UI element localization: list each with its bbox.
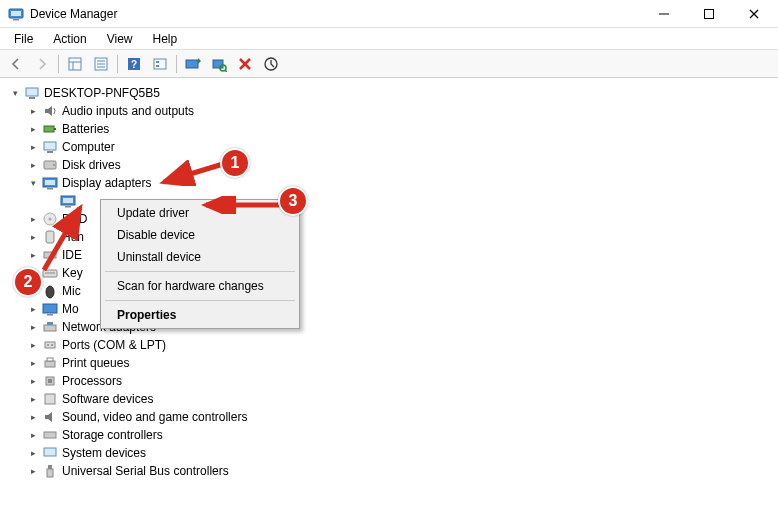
tree-item-label: Software devices (62, 390, 153, 408)
tree-item-storage[interactable]: ▸ Storage controllers (8, 426, 778, 444)
context-scan-hardware[interactable]: Scan for hardware changes (103, 275, 297, 297)
uninstall-button[interactable] (233, 52, 257, 76)
svg-rect-38 (63, 198, 73, 203)
chevron-right-icon[interactable]: ▸ (26, 104, 40, 118)
chevron-right-icon[interactable]: ▸ (26, 158, 40, 172)
context-properties[interactable]: Properties (103, 304, 297, 326)
tree-item-usb[interactable]: ▸ Universal Serial Bus controllers (8, 462, 778, 480)
tree-item-system[interactable]: ▸ System devices (8, 444, 778, 462)
system-icon (42, 445, 58, 461)
tree-item-display-adapters[interactable]: ▾ Display adapters (8, 174, 778, 192)
tree-item-label: Hun (62, 228, 84, 246)
tree-item-label: Disk drives (62, 156, 121, 174)
tree-item-computer[interactable]: ▸ Computer (8, 138, 778, 156)
chevron-right-icon[interactable]: ▸ (26, 140, 40, 154)
printer-icon (42, 355, 58, 371)
svg-rect-39 (65, 206, 71, 208)
context-uninstall-device[interactable]: Uninstall device (103, 246, 297, 268)
help-button[interactable]: ? (122, 52, 146, 76)
chevron-right-icon[interactable]: ▸ (26, 230, 40, 244)
mouse-icon (42, 283, 58, 299)
sound-icon (42, 409, 58, 425)
chevron-right-icon[interactable]: ▸ (26, 320, 40, 334)
chevron-down-icon[interactable]: ▾ (8, 86, 22, 100)
tree-item-batteries[interactable]: ▸ Batteries (8, 120, 778, 138)
storage-icon (42, 427, 58, 443)
annotation-badge-3: 3 (278, 186, 308, 216)
chevron-right-icon[interactable]: ▸ (26, 338, 40, 352)
svg-rect-28 (44, 126, 54, 132)
svg-rect-42 (46, 231, 54, 243)
context-update-driver[interactable]: Update driver (103, 202, 297, 224)
chevron-right-icon[interactable]: ▸ (26, 446, 40, 460)
tree-item-processors[interactable]: ▸ Processors (8, 372, 778, 390)
toolbar-separator (58, 55, 59, 73)
svg-rect-30 (44, 142, 56, 150)
chevron-right-icon[interactable]: ▸ (26, 356, 40, 370)
window-title: Device Manager (30, 7, 641, 21)
network-icon (42, 319, 58, 335)
update-driver-button[interactable] (181, 52, 205, 76)
properties-button[interactable] (89, 52, 113, 76)
svg-point-41 (49, 218, 52, 221)
forward-button[interactable] (30, 52, 54, 76)
chevron-right-icon[interactable]: ▸ (26, 212, 40, 226)
minimize-button[interactable] (641, 0, 686, 27)
svg-rect-36 (47, 188, 53, 190)
chevron-right-icon[interactable]: ▸ (26, 374, 40, 388)
chevron-right-icon[interactable]: ▸ (26, 428, 40, 442)
svg-point-52 (47, 344, 49, 346)
chevron-right-icon[interactable]: ▸ (26, 392, 40, 406)
chevron-down-icon[interactable]: ▾ (26, 176, 40, 190)
ide-icon (42, 247, 58, 263)
chevron-right-icon[interactable]: ▸ (26, 122, 40, 136)
svg-rect-55 (47, 358, 53, 361)
scan-hardware-button[interactable] (207, 52, 231, 76)
show-hide-tree-button[interactable] (63, 52, 87, 76)
chevron-right-icon[interactable]: ▸ (26, 248, 40, 262)
tree-item-label: Audio inputs and outputs (62, 102, 194, 120)
action-button[interactable] (148, 52, 172, 76)
context-menu: Update driver Disable device Uninstall d… (100, 199, 300, 329)
maximize-button[interactable] (686, 0, 731, 27)
context-disable-device[interactable]: Disable device (103, 224, 297, 246)
svg-rect-4 (704, 9, 713, 18)
tree-item-sound[interactable]: ▸ Sound, video and game controllers (8, 408, 778, 426)
back-button[interactable] (4, 52, 28, 76)
tree-item-label: System devices (62, 444, 146, 462)
close-button[interactable] (731, 0, 776, 27)
chevron-right-icon[interactable]: ▸ (26, 410, 40, 424)
tree-root-label: DESKTOP-PNFQ5B5 (44, 84, 160, 102)
menu-view[interactable]: View (97, 30, 143, 48)
svg-point-46 (46, 286, 54, 298)
tree-item-disk-drives[interactable]: ▸ Disk drives (8, 156, 778, 174)
chevron-right-icon[interactable]: ▸ (26, 302, 40, 316)
menu-help[interactable]: Help (143, 30, 188, 48)
svg-rect-26 (26, 88, 38, 96)
app-icon (8, 6, 24, 22)
display-icon (42, 175, 58, 191)
tree-item-label: Universal Serial Bus controllers (62, 462, 229, 480)
tree-item-audio[interactable]: ▸ Audio inputs and outputs (8, 102, 778, 120)
disable-button[interactable] (259, 52, 283, 76)
audio-icon (42, 103, 58, 119)
svg-rect-60 (44, 448, 56, 456)
tree-item-label: Storage controllers (62, 426, 163, 444)
menu-file[interactable]: File (4, 30, 43, 48)
svg-rect-27 (29, 97, 35, 99)
window-controls (641, 0, 776, 27)
tree-root[interactable]: ▾ DESKTOP-PNFQ5B5 (8, 84, 778, 102)
menu-separator (105, 271, 295, 272)
hid-icon (42, 229, 58, 245)
svg-rect-61 (48, 465, 52, 469)
tree-item-label: IDE (62, 246, 82, 264)
battery-icon (42, 121, 58, 137)
display-icon (60, 193, 76, 209)
svg-rect-47 (43, 304, 57, 313)
chevron-right-icon[interactable]: ▸ (26, 464, 40, 478)
tree-item-label: Display adapters (62, 174, 151, 192)
tree-item-software-devices[interactable]: ▸ Software devices (8, 390, 778, 408)
tree-item-print-queues[interactable]: ▸ Print queues (8, 354, 778, 372)
menu-action[interactable]: Action (43, 30, 96, 48)
tree-item-ports[interactable]: ▸ Ports (COM & LPT) (8, 336, 778, 354)
